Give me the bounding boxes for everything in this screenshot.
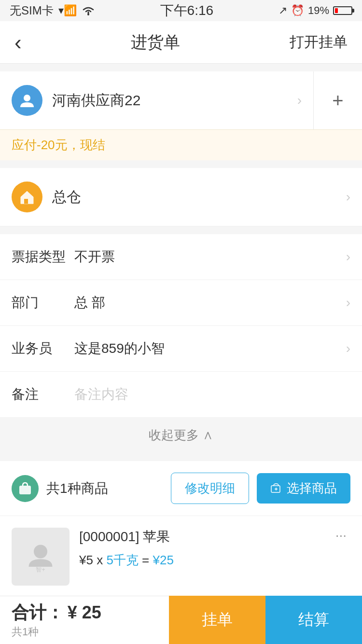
footer-total-sub: 共1种 xyxy=(12,625,157,639)
footer-total-main: 合计： ¥ 25 xyxy=(12,601,157,625)
product-placeholder-icon: 智+ xyxy=(24,540,57,574)
warehouse-chevron-icon: › xyxy=(346,189,350,205)
warehouse-section: 总仓 › xyxy=(0,168,362,226)
remark-label: 备注 xyxy=(12,385,74,404)
back-button[interactable]: ‹ xyxy=(14,30,22,55)
department-value: 总 部 xyxy=(74,294,341,312)
status-bar: 无SIM卡 ▾📶 下午6:16 ↗ ⏰ 19% xyxy=(0,0,362,21)
svg-rect-3 xyxy=(19,486,31,494)
supplier-selector[interactable]: 河南供应商22 › xyxy=(0,71,314,129)
supplier-section: 河南供应商22 › + xyxy=(0,71,362,129)
chevron-right-icon: › xyxy=(297,93,302,108)
department-row[interactable]: 部门 总 部 › xyxy=(0,280,362,326)
department-chevron-icon: › xyxy=(346,295,350,310)
product-more-button[interactable]: ··· xyxy=(332,528,350,543)
remark-row[interactable]: 备注 备注内容 xyxy=(0,372,362,417)
product-price: ¥5 x 5千克 = ¥25 xyxy=(79,552,332,569)
status-right: ↗ ⏰ 19% xyxy=(278,4,352,17)
section-gap-2 xyxy=(0,160,362,168)
status-time: 下午6:16 xyxy=(160,1,214,20)
collapse-label: 收起更多 ∧ xyxy=(149,428,213,442)
total-label: 合计： xyxy=(12,602,64,622)
salesperson-row[interactable]: 业务员 这是859的小智 › xyxy=(0,326,362,372)
warehouse-icon xyxy=(12,182,42,212)
edit-detail-button[interactable]: 修改明细 xyxy=(171,473,249,504)
svg-point-7 xyxy=(34,545,47,559)
remark-placeholder: 备注内容 xyxy=(74,385,350,404)
wifi-icon: ▾📶 xyxy=(58,4,77,17)
svg-rect-2 xyxy=(24,199,28,204)
hang-button[interactable]: 挂单 xyxy=(169,596,265,644)
person-icon xyxy=(18,92,36,109)
product-title: 苹果 xyxy=(143,529,170,544)
salesperson-label: 业务员 xyxy=(12,339,74,358)
product-count-label: 共1种商品 xyxy=(46,479,163,498)
payment-notice: 应付-20元，现结 xyxy=(0,129,362,160)
product-item: 智+ [0000001] 苹果 ¥5 x 5千克 = ¥25 ··· xyxy=(0,516,362,597)
warehouse-selector[interactable]: 总仓 › xyxy=(0,168,362,226)
status-left: 无SIM卡 ▾📶 xyxy=(10,3,95,18)
page-title: 进货单 xyxy=(131,31,180,54)
product-name: [0000001] 苹果 xyxy=(79,528,332,546)
section-gap-4 xyxy=(0,453,362,461)
select-product-label: 选择商品 xyxy=(287,480,337,497)
supplier-name: 河南供应商22 xyxy=(52,91,292,111)
wifi-signal-icon xyxy=(82,5,95,16)
product-info: [0000001] 苹果 ¥5 x 5千克 = ¥25 xyxy=(79,528,332,569)
svg-point-0 xyxy=(87,14,89,15)
product-thumbnail: 智+ xyxy=(12,528,70,586)
payment-notice-text: 应付-20元，现结 xyxy=(12,138,105,152)
product-icon xyxy=(12,475,39,502)
checkout-button[interactable]: 结算 xyxy=(265,596,362,644)
salesperson-value: 这是859的小智 xyxy=(74,339,341,358)
total-amount: ¥ 25 xyxy=(68,602,101,622)
section-gap-3 xyxy=(0,226,362,234)
open-hang-button[interactable]: 打开挂单 xyxy=(290,32,348,52)
collapse-button[interactable]: 收起更多 ∧ xyxy=(0,417,362,453)
section-gap-1 xyxy=(0,64,362,71)
warehouse-name: 总仓 xyxy=(52,187,341,207)
plus-icon: + xyxy=(332,90,343,112)
home-icon xyxy=(18,188,36,206)
carrier-label: 无SIM卡 xyxy=(10,3,54,18)
battery-icon xyxy=(333,6,352,15)
product-total: ¥25 xyxy=(153,553,174,567)
department-label: 部门 xyxy=(12,294,74,312)
salesperson-chevron-icon: › xyxy=(346,341,350,356)
footer: 合计： ¥ 25 共1种 挂单 结算 xyxy=(0,596,362,644)
svg-point-1 xyxy=(24,95,30,101)
product-header: 共1种商品 修改明细 选择商品 xyxy=(0,461,362,516)
footer-total-section: 合计： ¥ 25 共1种 xyxy=(0,596,169,644)
cart-icon xyxy=(270,483,282,494)
select-product-button[interactable]: 选择商品 xyxy=(257,473,350,504)
ticket-type-row[interactable]: 票据类型 不开票 › xyxy=(0,234,362,280)
location-icon: ↗ xyxy=(278,4,287,17)
ticket-type-value: 不开票 xyxy=(74,248,341,266)
ticket-type-label: 票据类型 xyxy=(12,248,74,266)
shopping-bag-icon xyxy=(17,481,33,496)
add-supplier-button[interactable]: + xyxy=(314,76,362,125)
form-section: 票据类型 不开票 › 部门 总 部 › 业务员 这是859的小智 › 备注 备注… xyxy=(0,234,362,417)
product-code: [0000001] xyxy=(79,529,143,544)
svg-text:智+: 智+ xyxy=(36,566,45,573)
ticket-chevron-icon: › xyxy=(346,249,350,265)
battery-percent: 19% xyxy=(308,4,329,17)
product-unit-price: ¥5 x xyxy=(79,553,106,567)
supplier-avatar xyxy=(12,85,42,116)
alarm-icon: ⏰ xyxy=(291,4,304,17)
nav-bar: ‹ 进货单 打开挂单 xyxy=(0,21,362,64)
product-quantity: 5千克 xyxy=(106,553,138,567)
product-equals: = xyxy=(142,553,153,567)
